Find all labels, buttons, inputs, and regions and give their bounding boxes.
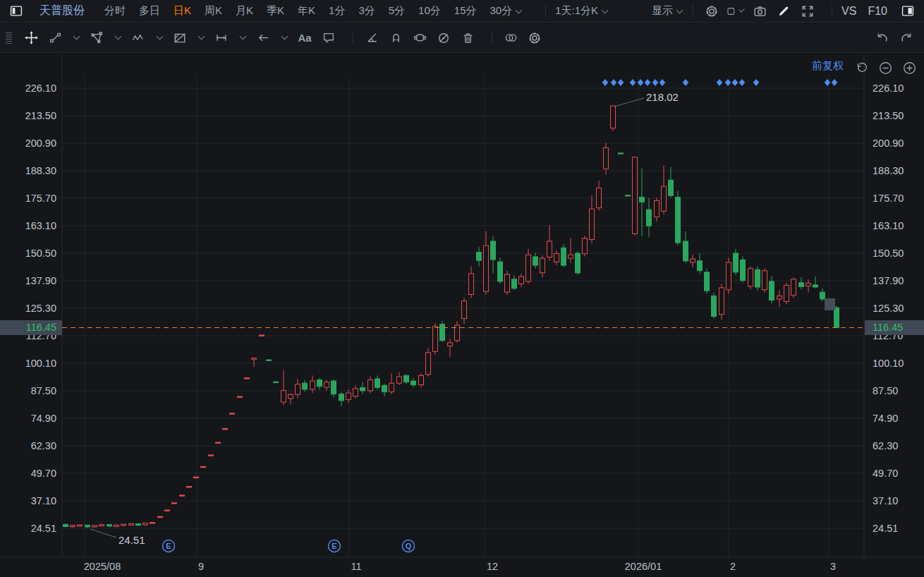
- announcement-diamond-icon: [717, 79, 723, 86]
- tab-10分[interactable]: 10分: [418, 4, 441, 18]
- f10-button[interactable]: F10: [868, 5, 887, 18]
- y-axis-label-left: 100.10: [25, 358, 56, 369]
- link-drawings-icon[interactable]: [411, 29, 429, 47]
- chevron-down-icon[interactable]: [281, 33, 288, 40]
- candle-body: [360, 387, 365, 391]
- candle-body: [288, 394, 293, 399]
- separator: [832, 5, 832, 17]
- tab-季K[interactable]: 季K: [267, 4, 284, 18]
- announcement-diamond-icon: [832, 79, 838, 86]
- candle-body: [683, 241, 688, 261]
- chevron-down-icon[interactable]: [115, 33, 122, 40]
- high-annotation-line: [614, 98, 644, 107]
- trend-line-tool-icon[interactable]: [46, 29, 64, 47]
- zoom-in-icon[interactable]: [900, 59, 918, 77]
- stock-name[interactable]: 天普股份: [39, 4, 85, 18]
- candle-body: [512, 279, 517, 288]
- candle-body: [791, 279, 796, 296]
- sidebar-toggle-icon[interactable]: [7, 2, 25, 20]
- tab-30分[interactable]: 30分: [490, 4, 523, 18]
- announcement-diamond-icon: [618, 79, 624, 86]
- candle-body: [129, 524, 134, 526]
- candle-body: [419, 375, 424, 384]
- announcement-diamond-icon: [659, 79, 666, 86]
- tab-多日[interactable]: 多日: [139, 4, 160, 18]
- y-axis-label-left: 226.10: [25, 83, 56, 94]
- candle-body: [727, 262, 731, 290]
- announcement-diamond-icon: [825, 79, 831, 86]
- y-axis-label-left: 125.30: [25, 303, 56, 314]
- tab-日K[interactable]: 日K: [174, 4, 191, 18]
- zoom-out-icon[interactable]: [876, 59, 894, 77]
- redo-icon[interactable]: [897, 29, 916, 47]
- tab-1分[interactable]: 1分: [329, 4, 345, 18]
- candle-body: [440, 324, 445, 341]
- adjustment-mode-button[interactable]: 前复权: [812, 59, 844, 73]
- candle-body: [324, 382, 329, 388]
- tab-15分[interactable]: 15分: [454, 4, 477, 18]
- screenshot-camera-icon[interactable]: [750, 2, 769, 20]
- candle-body: [404, 375, 409, 382]
- undo-icon[interactable]: [873, 29, 892, 47]
- candle-body: [281, 391, 286, 402]
- y-axis-label-right: 188.30: [873, 165, 904, 176]
- arrow-tool-icon[interactable]: [254, 29, 272, 47]
- comment-tool-icon[interactable]: [320, 29, 338, 47]
- announcement-diamond-icon: [725, 79, 731, 86]
- angle-tool-icon[interactable]: [363, 29, 381, 47]
- chevron-down-icon[interactable]: [240, 33, 247, 40]
- right-panel-toggle-icon[interactable]: [899, 2, 917, 20]
- period-tabs: 分时多日日K周K月K季K年K1分3分5分10分15分30分1天:1分K: [104, 4, 622, 18]
- y-axis-label-right: 62.30: [873, 440, 898, 451]
- candle-body: [136, 524, 141, 526]
- display-menu[interactable]: 显示: [652, 4, 683, 18]
- candle-body: [576, 253, 580, 273]
- chevron-down-icon[interactable]: [198, 33, 205, 40]
- y-axis-label-right: 175.70: [873, 193, 904, 204]
- chevron-down-icon[interactable]: [157, 33, 164, 40]
- tab-3分[interactable]: 3分: [358, 4, 375, 18]
- hide-drawings-icon[interactable]: [434, 29, 453, 47]
- announcement-diamond-icon: [630, 79, 636, 86]
- candle-body: [303, 383, 308, 389]
- elliott-wave-tool-icon[interactable]: [129, 29, 147, 47]
- y-axis-label-right: 74.90: [873, 413, 898, 424]
- pattern-tool-icon[interactable]: [171, 29, 189, 47]
- toolbar-drag-handle-icon[interactable]: [6, 32, 12, 44]
- measure-tool-icon[interactable]: [212, 29, 231, 47]
- reset-zoom-icon[interactable]: [852, 59, 870, 77]
- y-axis-label-left: 137.90: [25, 275, 56, 286]
- candle-body: [92, 526, 97, 527]
- candle-body: [469, 274, 474, 295]
- candle-body: [604, 148, 609, 169]
- separator: [492, 32, 492, 44]
- magnet-icon[interactable]: [387, 29, 405, 47]
- y-axis-label-left: 49.70: [31, 468, 56, 479]
- move-tool-icon[interactable]: [22, 29, 40, 47]
- candle-body: [310, 381, 315, 389]
- compare-overlay-icon[interactable]: [501, 29, 520, 47]
- tab-5分[interactable]: 5分: [389, 4, 405, 18]
- pitchfork-tool-icon[interactable]: [87, 29, 106, 47]
- chevron-down-icon[interactable]: [73, 33, 80, 40]
- tab-1天:1分K[interactable]: 1天:1分K: [555, 4, 609, 18]
- draw-pencil-icon[interactable]: [774, 2, 793, 20]
- candle-body: [426, 353, 431, 375]
- tab-月K[interactable]: 月K: [236, 4, 253, 18]
- tab-年K[interactable]: 年K: [298, 4, 315, 18]
- text-tool-icon[interactable]: Aa: [296, 29, 314, 47]
- vs-button[interactable]: VS: [841, 5, 856, 18]
- fullscreen-icon[interactable]: [798, 2, 817, 20]
- candle-body: [526, 255, 531, 281]
- y-axis-label-left: 87.50: [31, 385, 56, 396]
- delete-drawings-icon[interactable]: [458, 29, 477, 47]
- candle-body: [484, 245, 489, 291]
- candle-body: [519, 277, 524, 284]
- drawing-settings-icon[interactable]: [525, 29, 544, 47]
- candlestick-chart[interactable]: 218.0224.51EEQ226.10226.10213.50213.5020…: [0, 0, 924, 577]
- announcement-diamond-icon: [645, 79, 651, 86]
- tab-周K[interactable]: 周K: [205, 4, 222, 18]
- settings-icon[interactable]: [703, 2, 721, 20]
- tab-分时[interactable]: 分时: [104, 4, 126, 18]
- chart-type-icon[interactable]: [727, 2, 745, 20]
